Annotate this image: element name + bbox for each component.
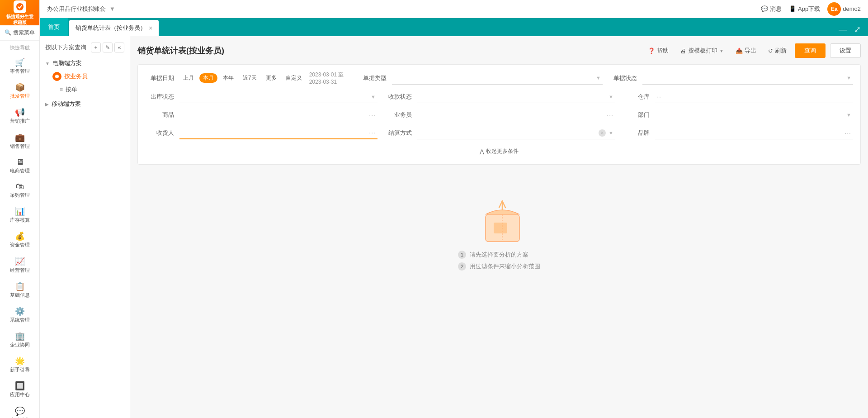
sidebar-search[interactable]: 🔍 搜索菜单 <box>0 25 39 41</box>
payment-control[interactable]: ▼ <box>417 90 615 103</box>
settlement-control[interactable]: × ▼ <box>417 127 615 139</box>
collapse-panel-btn[interactable]: « <box>114 43 124 52</box>
add-scheme-btn[interactable]: + <box>91 43 101 52</box>
date-last-month[interactable]: 上月 <box>179 73 198 83</box>
warehouse-control[interactable]: ··· <box>655 90 853 103</box>
topbar-left: 办公用品行业模拟账套 ▼ <box>47 5 115 13</box>
warehouse-placeholder: ··· <box>657 94 851 100</box>
sidebar-item-wechat[interactable]: 💬 企业微信 <box>0 402 39 418</box>
sidebar-label-wholesale: 批发管理 <box>10 93 30 99</box>
refresh-btn[interactable]: ↺ 刷新 <box>764 45 790 57</box>
sidebar-item-wholesale[interactable]: 📦 批发管理 <box>0 78 39 103</box>
settlement-label: 结算方式 <box>383 129 412 137</box>
date-this-year[interactable]: 本年 <box>219 73 237 83</box>
filter-box: 单据日期 上月 本月 本年 近7天 更多 自定义 2023-03-01 至 20… <box>137 64 861 165</box>
warehouse-label: 仓库 <box>621 93 650 101</box>
inventory-icon: 📊 <box>15 206 25 216</box>
order-icon: ≡ <box>60 86 63 93</box>
help-btn[interactable]: ❓ 帮助 <box>644 45 672 57</box>
sidebar-item-retail[interactable]: 🛒 零售管理 <box>0 53 39 78</box>
user-area[interactable]: Ea demo2 <box>827 2 861 16</box>
sidebar-label-enterprise: 企业协同 <box>10 342 30 348</box>
sidebar-label-system: 系统管理 <box>10 317 30 323</box>
tab-close-btn[interactable]: × <box>149 25 152 31</box>
sidebar-label-finance: 资金管理 <box>10 242 30 248</box>
messages-btn[interactable]: 💬 消息 <box>761 5 782 13</box>
panel-title: 按以下方案查询 <box>45 43 86 52</box>
scheme-by-salesperson[interactable]: 按业务员 <box>40 70 130 83</box>
receiver-control[interactable]: ··· <box>179 127 377 139</box>
collapse-more-btn[interactable]: ⋀ 收起更多条件 <box>480 147 519 155</box>
tab-home[interactable]: 首页 <box>40 18 68 36</box>
refresh-icon: ↺ <box>768 48 773 54</box>
tab-minimize-btn[interactable]: — <box>837 23 849 36</box>
messages-label: 消息 <box>770 5 782 13</box>
scheme-by-order[interactable]: ≡ 按单 <box>40 83 130 96</box>
date-custom[interactable]: 自定义 <box>282 73 306 83</box>
print-icon: 🖨 <box>680 48 686 54</box>
sidebar-item-purchase[interactable]: 🛍 采购管理 <box>0 177 39 202</box>
sidebar-item-marketing[interactable]: 📢 营销推广 <box>0 103 39 128</box>
goods-control[interactable]: ··· <box>179 109 377 121</box>
doc-type-control[interactable]: ▼ <box>392 72 603 85</box>
out-status-control[interactable]: ▼ <box>179 90 377 103</box>
dropdown-icon[interactable]: ▼ <box>109 5 115 12</box>
sidebar-item-sales[interactable]: 💼 销售管理 <box>0 128 39 153</box>
company-name: 办公用品行业模拟账套 <box>47 5 106 13</box>
pc-scheme-header[interactable]: ▼ 电脑端方案 <box>40 57 130 70</box>
sidebar-item-enterprise[interactable]: 🏢 企业协同 <box>0 327 39 352</box>
basic-icon: 📋 <box>15 281 25 291</box>
sidebar-item-appstore[interactable]: 🔲 应用中心 <box>0 376 39 401</box>
step-1-num: 1 <box>458 251 466 259</box>
svg-point-0 <box>16 3 24 10</box>
receiver-label: 收货人 <box>145 129 174 137</box>
purchase-icon: 🛍 <box>16 182 24 191</box>
print-btn[interactable]: 🖨 按模板打印 ▼ <box>677 45 727 57</box>
topbar-right: 💬 消息 📱 App下载 Ea demo2 <box>761 2 861 16</box>
doc-status-control[interactable]: ▼ <box>642 72 853 85</box>
date-this-month[interactable]: 本月 <box>199 73 217 83</box>
user-name: demo2 <box>843 5 861 12</box>
right-panel: 销货单统计表(按业务员) ❓ 帮助 🖨 按模板打印 ▼ 📤 导出 <box>130 36 868 418</box>
print-dropdown-icon[interactable]: ▼ <box>719 48 724 53</box>
left-panel: 按以下方案查询 + ✎ « ▼ 电脑端方案 <box>40 36 130 418</box>
department-control[interactable]: ▼ <box>655 109 853 121</box>
sidebar-item-operations[interactable]: 📈 经营管理 <box>0 252 39 277</box>
brand-dots: ··· <box>844 129 851 137</box>
date-7days[interactable]: 近7天 <box>239 73 260 83</box>
tab-active[interactable]: 销货单统计表（按业务员） × <box>69 20 159 36</box>
sidebar-item-basic[interactable]: 📋 基础信息 <box>0 277 39 302</box>
edit-scheme-btn[interactable]: ✎ <box>103 43 113 52</box>
print-label: 按模板打印 <box>688 47 717 55</box>
enterprise-icon: 🏢 <box>15 331 25 341</box>
collapse-label: 收起更多条件 <box>486 147 519 155</box>
brand-control[interactable]: ··· <box>655 127 853 139</box>
sidebar-item-ecommerce[interactable]: 🖥 电商管理 <box>0 153 39 177</box>
panel-section-pc: ▼ 电脑端方案 按业务员 ≡ 按单 <box>40 56 130 97</box>
date-more[interactable]: 更多 <box>262 73 280 83</box>
department-label: 部门 <box>621 111 650 119</box>
sidebar-item-finance[interactable]: 💰 资金管理 <box>0 227 39 252</box>
sidebar-item-inventory[interactable]: 📊 库存核算 <box>0 202 39 227</box>
salesperson-control[interactable]: ··· <box>417 109 615 121</box>
sidebar-item-system[interactable]: ⚙️ 系统管理 <box>0 302 39 327</box>
step-1-text: 请先选择要分析的方案 <box>470 251 528 259</box>
operations-icon: 📈 <box>15 256 25 266</box>
query-button[interactable]: 查询 <box>795 43 826 58</box>
mobile-scheme-header[interactable]: ▶ 移动端方案 <box>40 98 130 110</box>
settings-button[interactable]: 设置 <box>830 43 861 58</box>
export-btn[interactable]: 📤 导出 <box>732 45 760 57</box>
empty-illustration <box>476 196 531 246</box>
scheme-order-label: 按单 <box>66 86 77 94</box>
settlement-clear-btn[interactable]: × <box>599 129 606 137</box>
sidebar: 畅捷通好生意 标题版 🔍 搜索菜单 快捷导航 🛒 零售管理 📦 批发管理 📢 营… <box>0 0 40 418</box>
svg-point-1 <box>55 75 59 78</box>
sidebar-label-operations: 经营管理 <box>10 267 30 273</box>
help-icon: ❓ <box>648 48 655 54</box>
doc-type-label: 单据类型 <box>358 74 387 82</box>
main-area: 办公用品行业模拟账套 ▼ 💬 消息 📱 App下载 Ea demo2 首页 <box>40 0 868 418</box>
app-download-btn[interactable]: 📱 App下载 <box>789 5 820 13</box>
tab-maximize-btn[interactable]: ⤢ <box>852 23 863 36</box>
edit-icon: ✎ <box>105 44 110 51</box>
sidebar-item-newbie[interactable]: 🌟 新手引导 <box>0 352 39 376</box>
